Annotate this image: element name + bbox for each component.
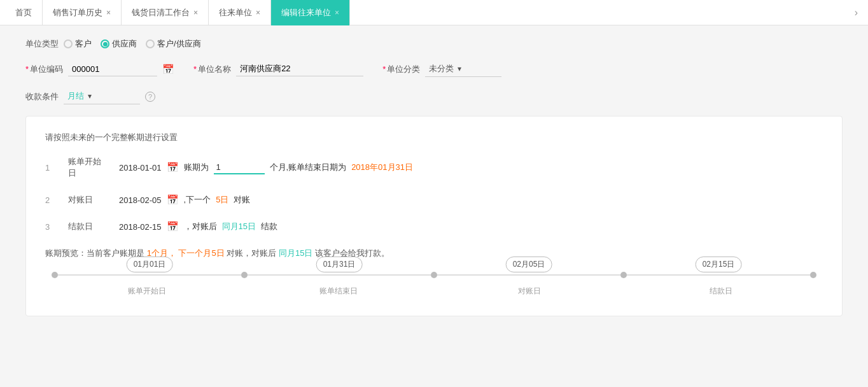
timeline-sub-2: 账单结束日 <box>243 286 435 297</box>
timeline-node-3: 02月05日 <box>506 257 552 272</box>
step-value-2: 2018-02-05 📅 ,下一个 5日 对账 <box>119 194 250 206</box>
step-label-2: 对账日 <box>68 194 106 206</box>
step-calendar-1[interactable]: 📅 <box>167 162 179 173</box>
step-calendar-3[interactable]: 📅 <box>167 221 179 232</box>
tab-sales-history-close[interactable]: × <box>106 8 111 17</box>
timeline-seg-4: 02月15日 <box>627 274 810 276</box>
unit-name-group: *单位名称 <box>193 62 363 76</box>
step-highlight-3: 同月15日 <box>222 221 256 232</box>
timeline-node-1: 01月01日 <box>127 257 173 272</box>
tab-edit-partner-close[interactable]: × <box>335 8 339 17</box>
tab-edit-partner-label: 编辑往来单位 <box>281 7 331 18</box>
tabs-expand-icon[interactable]: › <box>850 7 863 18</box>
timeline-dot-2 <box>431 272 437 278</box>
step-highlight-2: 5日 <box>216 194 228 206</box>
unit-type-label: 单位类型 <box>25 38 59 50</box>
timeline-seg-2: 01月31日 <box>248 274 431 276</box>
step-end-date-1: 2018年01月31日 <box>351 162 413 173</box>
unit-category-value: 未分类 <box>429 63 454 74</box>
timeline-node-2: 01月31日 <box>316 257 363 272</box>
payment-terms-group: 收款条件 月结 ▾ ? <box>25 88 155 104</box>
radio-supplier[interactable]: 供应商 <box>101 38 137 50</box>
tab-cash-work-close[interactable]: × <box>193 8 198 17</box>
timeline-sub-labels: 账单开始日 账单结束日 对账日 结款日 <box>45 286 823 297</box>
timeline-seg-3: 02月05日 <box>437 274 620 276</box>
step-suffix-pre-1: 账期为 <box>184 162 209 173</box>
step-calendar-2[interactable]: 📅 <box>167 194 179 206</box>
form-row-unit-type: 单位类型 客户 供应商 客户/供应商 <box>25 38 843 50</box>
page-content: 单位类型 客户 供应商 客户/供应商 *单位编码 <box>0 25 868 387</box>
tab-partner[interactable]: 往来单位 × <box>209 0 271 25</box>
timeline-pill-4: 02月15日 <box>696 257 742 272</box>
tab-partner-label: 往来单位 <box>219 7 252 18</box>
payment-terms-select[interactable]: 月结 ▾ <box>64 88 140 104</box>
payment-terms-help-icon[interactable]: ? <box>145 92 155 102</box>
preview-mid2: 对账，对账后 <box>227 248 276 258</box>
step-value-1: 2018-01-01 📅 账期为 个月,账单结束日期为 2018年01月31日 <box>119 161 413 174</box>
step-value-3: 2018-02-15 📅 ，对账后 同月15日 结款 <box>119 221 277 232</box>
radio-supplier-label: 供应商 <box>112 38 137 50</box>
tab-partner-close[interactable]: × <box>256 8 260 17</box>
step-label-3: 结款日 <box>68 221 106 232</box>
unit-name-input[interactable] <box>236 62 363 76</box>
unit-category-label: *单位分类 <box>382 64 420 75</box>
step-label-1: 账单开始日 <box>68 156 106 179</box>
timeline-pill-2: 01月31日 <box>316 257 363 272</box>
step-row-2: 2 对账日 2018-02-05 📅 ,下一个 5日 对账 <box>45 194 823 206</box>
radio-customer-label: 客户 <box>75 38 92 50</box>
radio-both-circle <box>146 39 155 48</box>
tab-cash-work[interactable]: 钱货日清工作台 × <box>122 0 209 25</box>
timeline-start-cap <box>52 272 58 278</box>
timeline-pill-3: 02月05日 <box>506 257 552 272</box>
radio-supplier-circle <box>101 39 109 48</box>
timeline-pill-1: 01月01日 <box>127 257 173 272</box>
step-months-input[interactable] <box>214 161 265 174</box>
tab-cash-work-label: 钱货日清工作台 <box>132 7 190 18</box>
timeline-end-cap <box>810 272 816 278</box>
radio-group: 客户 供应商 客户/供应商 <box>64 38 201 50</box>
tab-home-label: 首页 <box>15 7 32 18</box>
radio-customer[interactable]: 客户 <box>64 38 92 50</box>
tab-edit-partner[interactable]: 编辑往来单位 × <box>271 0 350 25</box>
timeline-sub-1: 账单开始日 <box>52 286 243 297</box>
unit-code-group: *单位编码 📅 <box>25 62 174 76</box>
unit-code-input[interactable] <box>68 62 157 76</box>
form-row-details: *单位编码 📅 *单位名称 *单位分类 未分类 ▾ <box>25 61 843 77</box>
unit-category-group: *单位分类 未分类 ▾ <box>382 61 501 77</box>
step-num-2: 2 <box>45 195 55 205</box>
step-date-3: 2018-02-15 <box>119 222 162 232</box>
card-title: 请按照未来的一个完整帐期进行设置 <box>45 132 823 143</box>
step-suffix-post-3: 结款 <box>261 221 277 232</box>
unit-name-label: *单位名称 <box>193 64 231 75</box>
step-suffix-post-1: 个月,账单结束日期为 <box>270 162 347 173</box>
timeline-seg-1: 01月01日 <box>58 274 241 276</box>
settings-card: 请按照未来的一个完整帐期进行设置 1 账单开始日 2018-01-01 📅 账期… <box>25 116 843 316</box>
step-date-1: 2018-01-01 <box>119 163 162 172</box>
timeline-sub-4: 结款日 <box>626 286 817 297</box>
timeline-sub-3: 对账日 <box>434 286 626 297</box>
preview-mid: 下一个月5日 <box>178 248 224 258</box>
tab-sales-history-label: 销售订单历史 <box>53 7 102 18</box>
payment-terms-label: 收款条件 <box>25 91 59 102</box>
unit-type-group: 单位类型 客户 供应商 客户/供应商 <box>25 38 201 50</box>
payment-terms-value: 月结 <box>67 90 84 102</box>
tab-sales-history[interactable]: 销售订单历史 × <box>43 0 122 25</box>
tab-home[interactable]: 首页 <box>5 0 43 25</box>
step-suffix-post-2: 对账 <box>234 194 250 206</box>
radio-both[interactable]: 客户/供应商 <box>146 38 201 50</box>
unit-category-select[interactable]: 未分类 ▾ <box>425 61 501 77</box>
unit-code-calendar-icon[interactable]: 📅 <box>162 64 174 75</box>
timeline: 01月01日 01月31日 02月05日 <box>45 272 823 278</box>
step-date-2: 2018-02-05 <box>119 195 162 205</box>
radio-both-label: 客户/供应商 <box>157 38 201 50</box>
step-num-1: 1 <box>45 163 55 172</box>
unit-category-chevron-icon: ▾ <box>458 64 461 73</box>
timeline-dot-3 <box>620 272 627 278</box>
step-suffix-pre-2: ,下一个 <box>184 194 211 206</box>
preview-end: 同月15日 <box>279 248 312 258</box>
tabs-bar: 首页 销售订单历史 × 钱货日清工作台 × 往来单位 × 编辑往来单位 × › <box>0 0 868 25</box>
radio-customer-circle <box>64 39 73 48</box>
step-row-3: 3 结款日 2018-02-15 📅 ，对账后 同月15日 结款 <box>45 221 823 232</box>
step-row-1: 1 账单开始日 2018-01-01 📅 账期为 个月,账单结束日期为 2018… <box>45 156 823 179</box>
payment-terms-chevron-icon: ▾ <box>88 92 92 101</box>
